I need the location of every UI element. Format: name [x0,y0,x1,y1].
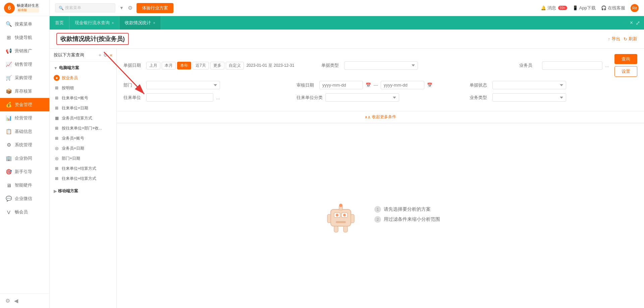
search-box[interactable]: 🔍 搜索菜单 [55,3,115,12]
sidebar-item-wechat[interactable]: 💬 企业微信 [0,192,49,205]
query-btn[interactable]: 查询 [614,54,637,64]
unit-category-select[interactable] [325,93,399,102]
trial-solution-btn[interactable]: 体验行业方案 [137,3,173,13]
date-btn-7days[interactable]: 近7天 [193,62,209,69]
tree-item-unit-date[interactable]: ⊞ 往来单位+日期 [50,103,116,113]
collapse-panel-btn[interactable]: « [110,52,112,58]
date-btn-more[interactable]: 更多 [210,62,224,69]
tree-item-salesman-account[interactable]: ⊞ 业务员+账号 [50,133,116,143]
tree-item-unit-account[interactable]: ⊞ 往来单位+账号 [50,93,116,103]
sidebar-label-sales: 销售管理 [15,61,32,67]
tab-bank[interactable]: 现金银行流水查询 × [69,16,119,30]
settings-btn[interactable]: 设置 [614,66,637,77]
sidebar-item-inventory[interactable]: 📦 库存核算 [0,85,49,98]
salesman-more-btn[interactable]: ... [605,63,609,68]
unit-group: 往来单位 ... [123,93,291,102]
gear-icon[interactable]: ⚙ [128,5,132,11]
sidebar-item-operation[interactable]: 📊 经营管理 [0,111,49,125]
maximize-window-btn[interactable]: ⤢ [636,20,640,26]
sidebar-item-quicknav[interactable]: ⊞ 快捷导航 [0,31,49,44]
review-date-to[interactable] [381,81,424,89]
sidebar-settings-btn[interactable]: ⚙ [5,298,10,304]
unit-input[interactable] [146,93,213,102]
tab-collection-close[interactable]: × [153,21,155,25]
left-panel-icons: + ⚙ « [99,52,112,58]
service-btn[interactable]: 🎧 在线客服 [601,5,625,11]
tab-bank-close[interactable]: × [112,21,114,25]
sidebar-item-vip[interactable]: V 畅会员 [0,205,49,219]
settings-icon: ⚙ [5,142,12,148]
table-icon: 📋 [5,128,12,135]
window-controls: × ⤢ [626,16,644,30]
tree-item-by-detail[interactable]: ⊞ 按明细 [50,83,116,93]
tree-item-salesman-date[interactable]: ◎ 业务员+日期 [50,143,116,153]
sidebar-item-guide[interactable]: 🎯 新手引导 [0,165,49,178]
unit-settle1-icon: ⊞ [54,165,60,171]
close-window-btn[interactable]: × [630,20,633,26]
tree-item-unit-settle1[interactable]: ⊞ 往来单位+结算方式 [50,163,116,173]
user-avatar[interactable]: Rit [631,4,639,12]
messages-btn[interactable]: 🔔 消息 99+ [541,5,567,11]
salesman-settle-icon: ▦ [54,115,60,121]
refresh-btn[interactable]: ↻ 刷新 [624,36,637,42]
add-scheme-btn[interactable]: + [99,52,101,58]
tree-item-unit-settle2[interactable]: ⊞ 往来单位+结算方式 [50,173,116,184]
sidebar-label-purchase: 采购管理 [15,75,32,81]
tree-item-label-salesman-settle: 业务员+结算方式 [62,115,92,121]
tree-item-unit-dept[interactable]: ⊞ 按往来单位+部门+收... [50,123,116,133]
biz-type-select[interactable] [492,93,566,102]
collapse-btn[interactable]: ∧∧ 收起更多条件 [365,114,396,120]
export-icon: ↑ [608,37,610,42]
sidebar-item-system[interactable]: ⚙ 系统管理 [0,138,49,152]
sidebar-item-finance[interactable]: 💰 资金管理 [0,98,49,111]
svg-rect-10 [334,226,338,232]
sidebar-item-basic[interactable]: 📋 基础信息 [0,125,49,138]
tree-section-mobile-header[interactable]: ▶ 移动端方案 [50,186,116,196]
dropdown-icon[interactable]: ▼ [119,5,124,10]
sidebar-item-search[interactable]: 🔍 搜索菜单 [0,17,49,31]
right-content: 单据日期 上月 本月 本年 近7天 更多 自定义 2023-01-01 [117,49,644,308]
sidebar-label-hardware: 智能硬件 [15,182,32,188]
scheme-settings-btn[interactable]: ⚙ [103,52,108,58]
salesman-input[interactable] [542,61,602,70]
collapse-bar[interactable]: ∧∧ 收起更多条件 [117,111,644,122]
search-icon: 🔍 [59,6,64,10]
cal-to-icon[interactable]: 📅 [427,83,432,88]
tree-item-label-salesman-account: 业务员+账号 [62,136,84,141]
sidebar-collapse-btn[interactable]: ◀ [14,298,18,304]
cal-from-icon[interactable]: 📅 [366,83,371,88]
sidebar-item-sales[interactable]: 📈 销售管理 [0,58,49,71]
tab-collection-label: 收款情况统计 [125,20,151,26]
sidebar-nav: 🔍 搜索菜单 ⊞ 快捷导航 📢 营销推广 📈 销售管理 🛒 采购管理 📦 库存核… [0,16,49,293]
export-btn[interactable]: ↑ 导出 [608,36,621,42]
sidebar-label-guide: 新手引导 [15,169,32,175]
sidebar-item-enterprise[interactable]: 🏢 企业协同 [0,152,49,165]
tab-home[interactable]: 首页 [50,16,69,30]
doc-type-select[interactable] [344,61,418,70]
grid-icon: ⊞ [5,34,12,41]
doc-status-select[interactable] [492,81,566,89]
sidebar-footer: ⚙ ◀ [0,293,49,308]
sidebar-item-purchase[interactable]: 🛒 采购管理 [0,71,49,85]
empty-state: 1 请先选择要分析的方案 2 用过滤条件来缩小分析范围 [117,124,644,308]
sidebar-label-wechat: 企业微信 [15,196,32,202]
date-btn-this-month[interactable]: 本月 [162,62,176,69]
tree-item-salesman-settle[interactable]: ▦ 业务员+结算方式 [50,113,116,123]
dept-select[interactable] [146,81,220,89]
tree-item-dept-date[interactable]: ◎ 部门+日期 [50,153,116,163]
tree-item-by-salesman[interactable]: ● 按业务员 [50,73,116,83]
empty-content: 1 请先选择要分析的方案 2 用过滤条件来缩小分析范围 [321,196,440,236]
unit-settle2-icon: ⊞ [54,175,60,182]
tab-collection[interactable]: 收款情况统计 × [119,16,161,30]
tab-home-label: 首页 [55,20,64,26]
sidebar-item-hardware[interactable]: 🖥 智能硬件 [0,178,49,192]
sidebar-item-marketing[interactable]: 📢 营销推广 [0,44,49,58]
date-btn-last-month[interactable]: 上月 [146,62,160,69]
review-date-from[interactable] [319,81,363,89]
unit-more-btn[interactable]: ... [216,95,220,100]
download-btn[interactable]: 📱 App下载 [573,5,596,11]
date-btn-this-year[interactable]: 本年 [177,62,191,69]
svg-rect-9 [351,214,354,223]
tree-section-desktop-header[interactable]: ▼ 电脑端方案 [50,63,116,73]
date-btn-custom[interactable]: 自定义 [226,62,244,69]
